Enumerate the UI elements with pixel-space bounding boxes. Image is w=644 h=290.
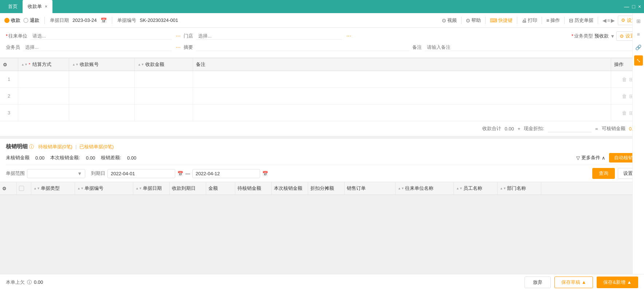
- store-more-icon[interactable]: ···: [346, 33, 351, 39]
- row3-amount[interactable]: [135, 105, 193, 121]
- verify-tab-pending[interactable]: 待核销单据(0笔): [38, 144, 72, 150]
- history-label: 历史单据: [574, 17, 593, 24]
- staff-more-icon[interactable]: ···: [176, 44, 181, 51]
- partner-more-icon[interactable]: ···: [176, 33, 181, 39]
- radio-refund[interactable]: 退款: [23, 17, 39, 24]
- abandon-button[interactable]: 放弃: [525, 277, 551, 288]
- tab-receipt-label: 收款单: [28, 3, 42, 10]
- history-btn[interactable]: ⊟ 历史单据: [569, 17, 593, 24]
- tab-home[interactable]: 首页: [3, 0, 23, 13]
- query-button[interactable]: 查询: [592, 168, 615, 179]
- divider-8: [598, 17, 598, 24]
- video-btn[interactable]: ⊙ 视频: [442, 17, 457, 24]
- partner-input[interactable]: [30, 32, 172, 40]
- amount-sort-icon: ▲▼: [138, 63, 144, 66]
- operation-btn[interactable]: ≡ 操作: [546, 17, 560, 24]
- main-table: ⚙ ▲▼ 结算方式 ▲▼ 收款账号 ▲▼ 收款金额 备注 操作 1 🗑 ⊞: [0, 58, 644, 121]
- date-from-calendar-icon[interactable]: 📅: [177, 171, 183, 176]
- bth-pending: 待核销金额: [235, 182, 272, 195]
- bth-type: ▲▼ 单据类型: [31, 182, 75, 195]
- date-from-input[interactable]: [107, 169, 175, 178]
- range-filter: 单据范围 ▼: [6, 169, 85, 178]
- date-to-calendar-icon[interactable]: 📅: [262, 171, 268, 176]
- table-row: 2 🗑 ⊞: [0, 88, 644, 105]
- help-btn[interactable]: ⊙ 帮助: [466, 17, 481, 24]
- save-new-button[interactable]: 保存&新增 ▲: [597, 277, 638, 288]
- sidebar-table-icon[interactable]: ⊞: [634, 16, 643, 26]
- bth-gear-icon: ⚙: [2, 186, 7, 191]
- divider-3: [461, 17, 462, 24]
- row1-account[interactable]: [69, 71, 135, 87]
- verify-actions: ▽ 更多条件 ∧ 自动核销: [576, 153, 638, 162]
- restore-icon[interactable]: □: [632, 4, 635, 9]
- sidebar-link-icon[interactable]: 🔗: [633, 42, 644, 52]
- draft-dropdown-icon[interactable]: ▲: [582, 279, 586, 285]
- row3-remark[interactable]: [193, 105, 611, 121]
- row2-amount[interactable]: [135, 88, 193, 104]
- tab-close-icon[interactable]: ×: [45, 4, 47, 9]
- bth-date-sort-icon: ▲▼: [136, 187, 142, 190]
- row3-account[interactable]: [69, 105, 135, 121]
- shortcut-btn[interactable]: ⌨ 快捷键: [490, 17, 513, 24]
- verify-tab-done[interactable]: 已核销单据(0笔): [79, 144, 114, 150]
- divider-6: [542, 17, 542, 24]
- memo-input[interactable]: [196, 44, 409, 51]
- form-row-1: 往来单位 ··· 门店 ··· 业务类型 预收款 ▼ ⚙ 设置: [6, 31, 638, 41]
- tab-bar: 首页 收款单 × — □ ×: [0, 0, 644, 13]
- print-btn[interactable]: 🖨 打印: [522, 17, 537, 24]
- save-dropdown-icon[interactable]: ▲: [627, 279, 632, 285]
- remark-input[interactable]: [425, 44, 638, 51]
- row2-remark[interactable]: [193, 88, 611, 104]
- date-to-input[interactable]: [192, 169, 260, 178]
- discount-input[interactable]: [548, 125, 592, 132]
- more-conditions-btn[interactable]: ▽ 更多条件 ∧: [576, 154, 605, 161]
- radio-receive[interactable]: 收款: [4, 17, 20, 24]
- tab-receipt[interactable]: 收款单 ×: [23, 0, 52, 13]
- nav-next-icon[interactable]: ▶: [611, 17, 615, 23]
- sidebar-list-icon[interactable]: ≡: [635, 29, 642, 39]
- row2-delete-icon[interactable]: 🗑: [622, 93, 627, 99]
- row3-delete-icon[interactable]: 🗑: [622, 110, 627, 116]
- sidebar-expand-icon[interactable]: ⤡: [634, 55, 643, 66]
- footer-info-label: 本单上欠: [6, 279, 25, 286]
- biz-type-dropdown-icon[interactable]: ▼: [610, 34, 615, 39]
- row1-settle[interactable]: [18, 71, 69, 87]
- tab-divider: |: [75, 144, 76, 149]
- verify-section: 核销明细 ⓘ 待核销单据(0笔) | 已核销单据(0笔) 未核销金额 0.00 …: [0, 139, 644, 182]
- close-icon[interactable]: ×: [638, 4, 641, 9]
- filter-buttons: 查询 设置: [592, 168, 638, 179]
- footer-info-icon[interactable]: ⓘ: [27, 279, 32, 286]
- row1-remark[interactable]: [193, 71, 611, 87]
- row3-settle[interactable]: [18, 105, 69, 121]
- save-draft-button[interactable]: 保存草稿 ▲: [554, 277, 593, 288]
- operation-icon: ≡: [546, 17, 549, 23]
- date-filter: 到期日 📅 — 📅: [91, 169, 268, 178]
- bth-sales-order: 销售订单: [345, 182, 396, 195]
- remark-label: 备注: [412, 44, 422, 51]
- nav-menu-icon[interactable]: ≡: [607, 17, 610, 23]
- store-input[interactable]: [196, 32, 342, 40]
- shortcut-icon: ⌨: [490, 17, 497, 23]
- th-amount-label: 收款金额: [145, 61, 164, 68]
- row1-delete-icon[interactable]: 🗑: [622, 77, 627, 82]
- date-value: 2023-03-24: [72, 17, 97, 23]
- select-all-checkbox[interactable]: [19, 186, 24, 191]
- video-label: 视频: [447, 17, 457, 24]
- bth-staff: ▲▼ 员工名称: [454, 182, 498, 195]
- row2-account[interactable]: [69, 88, 135, 104]
- verify-info-icon[interactable]: ⓘ: [29, 144, 34, 150]
- bth-amount: 金额: [206, 182, 235, 195]
- partner-sort-icon: ▲▼: [398, 187, 404, 190]
- minimize-icon[interactable]: —: [624, 4, 629, 9]
- range-select[interactable]: ▼: [27, 169, 85, 178]
- th-settings[interactable]: ⚙: [0, 58, 18, 71]
- staff-input[interactable]: [23, 44, 172, 51]
- row1-amount[interactable]: [135, 71, 193, 87]
- row2-settle[interactable]: [18, 88, 69, 104]
- bth-amount-label: 金额: [208, 185, 218, 192]
- bth-settings[interactable]: ⚙: [0, 182, 17, 195]
- nav-prev-icon[interactable]: ◀: [602, 17, 606, 23]
- date-calendar-icon[interactable]: 📅: [101, 17, 107, 23]
- memo-label: 摘要: [184, 44, 193, 51]
- bth-discount-label: 折扣分摊额: [310, 185, 334, 192]
